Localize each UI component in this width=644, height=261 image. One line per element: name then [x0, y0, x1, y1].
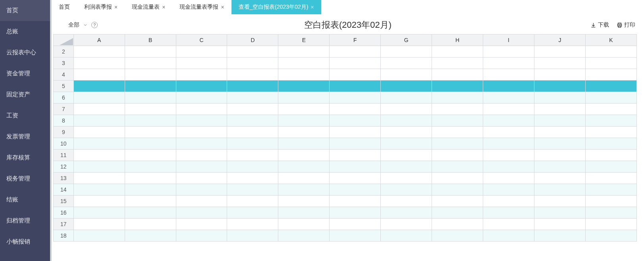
row-header-4[interactable]: 4 [54, 69, 74, 81]
cell-E2[interactable] [278, 46, 330, 58]
cell-A12[interactable] [73, 161, 125, 173]
cell-G4[interactable] [381, 69, 432, 81]
cell-H8[interactable] [432, 115, 483, 127]
cell-F10[interactable] [330, 138, 381, 150]
cell-C5[interactable] [176, 81, 227, 92]
cell-C4[interactable] [176, 69, 227, 81]
spreadsheet[interactable]: ABCDEFGHIJK 23456789101112131415161718 [52, 34, 644, 261]
sidebar-item-7[interactable]: 库存核算 [0, 147, 50, 168]
cell-C6[interactable] [176, 92, 227, 104]
cell-H10[interactable] [432, 138, 483, 150]
cell-E4[interactable] [278, 69, 330, 81]
cell-B2[interactable] [125, 46, 176, 58]
cell-E16[interactable] [278, 207, 330, 219]
cell-A15[interactable] [73, 196, 125, 207]
cell-J7[interactable] [534, 104, 586, 115]
cell-I17[interactable] [483, 219, 534, 230]
cell-D2[interactable] [227, 46, 278, 58]
row-header-6[interactable]: 6 [54, 92, 74, 104]
cell-G10[interactable] [381, 138, 432, 150]
cell-D4[interactable] [227, 69, 278, 81]
cell-K3[interactable] [585, 58, 636, 69]
row-header-17[interactable]: 17 [54, 219, 74, 230]
cell-G7[interactable] [381, 104, 432, 115]
cell-K12[interactable] [585, 161, 636, 173]
cell-J2[interactable] [534, 46, 586, 58]
cell-J8[interactable] [534, 115, 586, 127]
sidebar-item-0[interactable]: 首页 [0, 0, 50, 21]
column-header-B[interactable]: B [125, 35, 176, 46]
sidebar-item-1[interactable]: 总账 [0, 21, 50, 42]
cell-G14[interactable] [381, 184, 432, 196]
cell-D15[interactable] [227, 196, 278, 207]
cell-E14[interactable] [278, 184, 330, 196]
column-header-H[interactable]: H [432, 35, 483, 46]
cell-I12[interactable] [483, 161, 534, 173]
cell-D13[interactable] [227, 173, 278, 184]
cell-F18[interactable] [330, 230, 381, 242]
cell-A14[interactable] [73, 184, 125, 196]
cell-H7[interactable] [432, 104, 483, 115]
cell-A9[interactable] [73, 127, 125, 138]
cell-A17[interactable] [73, 219, 125, 230]
cell-H4[interactable] [432, 69, 483, 81]
cell-J13[interactable] [534, 173, 586, 184]
cell-G18[interactable] [381, 230, 432, 242]
cell-J10[interactable] [534, 138, 586, 150]
cell-I18[interactable] [483, 230, 534, 242]
cell-D16[interactable] [227, 207, 278, 219]
cell-K6[interactable] [585, 92, 636, 104]
cell-C15[interactable] [176, 196, 227, 207]
cell-A5[interactable] [73, 81, 125, 92]
cell-J17[interactable] [534, 219, 586, 230]
cell-G11[interactable] [381, 150, 432, 161]
cell-I4[interactable] [483, 69, 534, 81]
sidebar-item-3[interactable]: 资金管理 [0, 63, 50, 84]
cell-D5[interactable] [227, 81, 278, 92]
print-button[interactable]: 打印 [616, 21, 635, 29]
tab-0[interactable]: 首页 [52, 0, 77, 14]
cell-I15[interactable] [483, 196, 534, 207]
cell-F5[interactable] [330, 81, 381, 92]
cell-K7[interactable] [585, 104, 636, 115]
cell-I7[interactable] [483, 104, 534, 115]
cell-J14[interactable] [534, 184, 586, 196]
row-header-11[interactable]: 11 [54, 150, 74, 161]
cell-K13[interactable] [585, 173, 636, 184]
cell-K16[interactable] [585, 207, 636, 219]
sidebar-item-10[interactable]: 归档管理 [0, 210, 50, 231]
cell-G5[interactable] [381, 81, 432, 92]
cell-I13[interactable] [483, 173, 534, 184]
cell-G13[interactable] [381, 173, 432, 184]
cell-H3[interactable] [432, 58, 483, 69]
cell-H14[interactable] [432, 184, 483, 196]
cell-I6[interactable] [483, 92, 534, 104]
cell-K8[interactable] [585, 115, 636, 127]
row-header-14[interactable]: 14 [54, 184, 74, 196]
column-header-F[interactable]: F [330, 35, 381, 46]
cell-G9[interactable] [381, 127, 432, 138]
cell-J6[interactable] [534, 92, 586, 104]
cell-E15[interactable] [278, 196, 330, 207]
cell-I5[interactable] [483, 81, 534, 92]
cell-J15[interactable] [534, 196, 586, 207]
cell-K11[interactable] [585, 150, 636, 161]
tab-3[interactable]: 现金流量表季报× [172, 0, 231, 14]
column-header-I[interactable]: I [483, 35, 534, 46]
cell-G15[interactable] [381, 196, 432, 207]
cell-F2[interactable] [330, 46, 381, 58]
cell-K9[interactable] [585, 127, 636, 138]
cell-I9[interactable] [483, 127, 534, 138]
cell-J5[interactable] [534, 81, 586, 92]
cell-E9[interactable] [278, 127, 330, 138]
cell-E5[interactable] [278, 81, 330, 92]
cell-I2[interactable] [483, 46, 534, 58]
cell-C18[interactable] [176, 230, 227, 242]
cell-F14[interactable] [330, 184, 381, 196]
cell-E3[interactable] [278, 58, 330, 69]
cell-B14[interactable] [125, 184, 176, 196]
cell-E13[interactable] [278, 173, 330, 184]
cell-I14[interactable] [483, 184, 534, 196]
cell-H18[interactable] [432, 230, 483, 242]
sidebar-item-4[interactable]: 固定资产 [0, 84, 50, 105]
